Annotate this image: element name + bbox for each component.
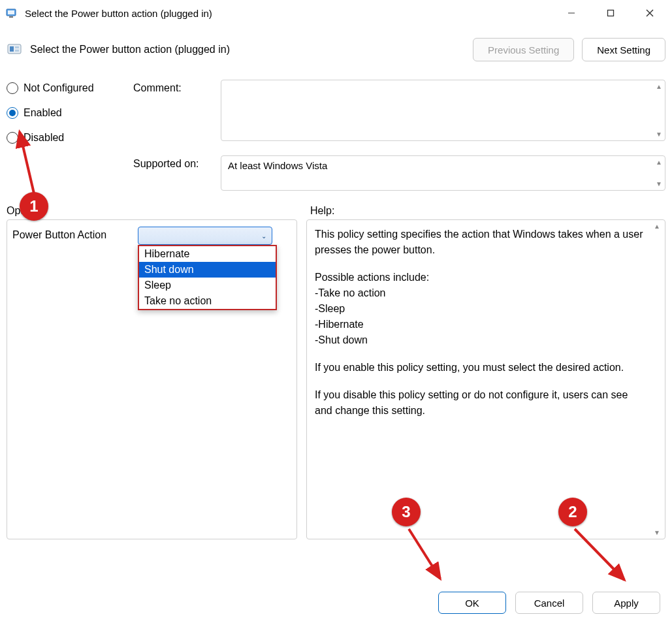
previous-setting-button[interactable]: Previous Setting [473,38,574,61]
window-controls [552,0,669,26]
option-field-label: Power Button Action [12,227,130,241]
scroll-up-icon[interactable]: ▲ [656,83,662,90]
dropdown-option-shut-down[interactable]: Shut down [139,262,276,278]
help-panel: This policy setting specifies the action… [306,219,665,539]
radio-not-configured[interactable]: Not Configured [7,82,131,94]
comment-label: Comment: [133,80,218,94]
help-label: Help: [310,205,665,217]
radio-label: Enabled [24,107,62,119]
maximize-button[interactable] [591,0,630,26]
annotation-arrow-1 [16,128,48,200]
help-list-item: -Shut down [315,332,648,348]
header-title: Select the Power button action (plugged … [30,44,465,56]
annotation-arrow-3 [404,525,475,590]
help-scrollbar[interactable]: ▲ ▼ [652,223,662,536]
power-button-action-dropdown: Hibernate Shut down Sleep Take no action [138,245,277,310]
chevron-down-icon: ⌄ [261,232,266,240]
help-list-item: -Sleep [315,301,648,317]
annotation-marker-2: 2 [558,498,587,526]
setting-icon [7,41,24,58]
scroll-down-icon[interactable]: ▼ [656,180,662,187]
help-p2: Possible actions include: [315,270,648,285]
svg-line-13 [409,529,440,579]
radio-enabled[interactable]: Enabled [7,107,131,119]
cancel-button[interactable]: Cancel [515,592,583,614]
next-setting-button[interactable]: Next Setting [582,38,665,61]
annotation-arrow-2 [568,525,640,590]
radio-icon [7,82,18,94]
dropdown-option-sleep[interactable]: Sleep [139,278,276,293]
svg-line-12 [575,529,624,580]
close-button[interactable] [630,0,669,26]
scroll-down-icon[interactable]: ▼ [654,529,660,536]
minimize-button[interactable] [552,0,591,26]
annotation-marker-1: 1 [20,192,48,221]
scroll-down-icon[interactable]: ▼ [656,131,662,138]
help-list-item: -Hibernate [315,317,648,332]
radio-icon [7,107,18,119]
help-p4: If you disable this policy setting or do… [315,387,648,419]
titlebar: Select the Power button action (plugged … [0,0,672,26]
help-list-item: -Take no action [315,285,648,301]
supported-on-label: Supported on: [133,155,218,170]
window-title: Select the Power button action (plugged … [25,8,552,19]
dialog-footer: OK Cancel Apply [438,592,660,614]
scroll-up-icon[interactable]: ▲ [656,159,662,166]
svg-rect-10 [15,50,19,52]
scroll-up-icon[interactable]: ▲ [654,223,660,230]
comment-input[interactable]: ▲ ▼ [221,80,665,141]
apply-button[interactable]: Apply [592,592,660,614]
power-button-action-combo[interactable]: ⌄ Hibernate Shut down Sleep Take no acti… [138,227,272,245]
options-panel: Power Button Action ⌄ Hibernate Shut dow… [7,219,297,539]
radio-label: Not Configured [24,82,94,94]
help-text: This policy setting specifies the action… [307,220,665,437]
header-row: Select the Power button action (plugged … [0,26,672,65]
svg-rect-1 [8,10,14,14]
ok-button[interactable]: OK [438,592,506,614]
svg-line-11 [20,132,34,193]
svg-rect-9 [15,46,19,48]
help-p3: If you enable this policy setting, you m… [315,360,648,375]
supported-on-field: At least Windows Vista ▲ ▼ [221,155,665,191]
help-p1: This policy setting specifies the action… [315,227,648,258]
dropdown-option-take-no-action[interactable]: Take no action [139,293,276,309]
svg-rect-4 [608,10,614,16]
annotation-marker-3: 3 [392,498,421,526]
dropdown-option-hibernate[interactable]: Hibernate [139,246,276,262]
options-label: Options: [7,205,304,217]
svg-rect-8 [10,46,14,52]
svg-rect-2 [9,16,13,18]
app-icon [5,7,18,20]
supported-on-value: At least Windows Vista [228,160,327,171]
